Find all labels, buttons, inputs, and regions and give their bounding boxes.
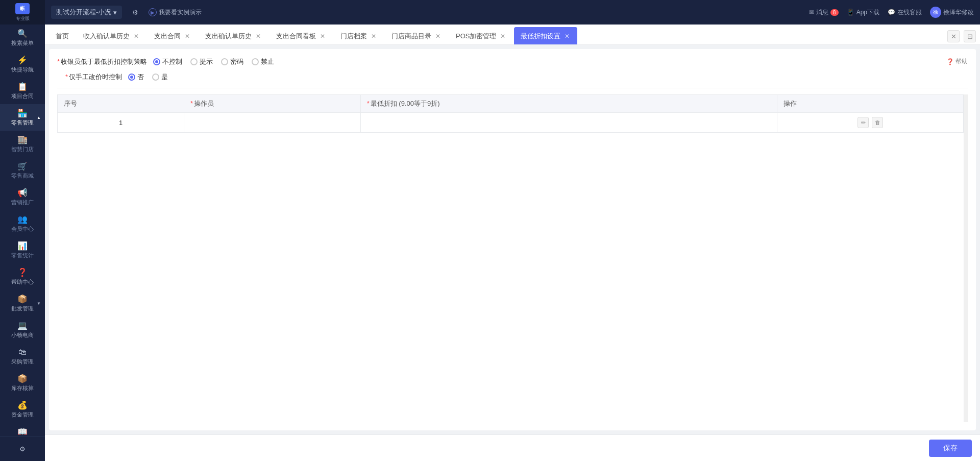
scrollbar-track[interactable] xyxy=(964,94,968,422)
customer-service-button[interactable]: 💬 在线客服 xyxy=(888,8,922,17)
radio-yes[interactable]: 是 xyxy=(152,72,168,82)
edit-icon-btn[interactable]: ✏ xyxy=(857,117,869,128)
sidebar-item-smartshop[interactable]: 🏬智慧门店 xyxy=(0,131,45,157)
content-card: ❓ 帮助 *收银员低于最低折扣控制策略 不控制提示密码禁止 *仅手工改价时控制 xyxy=(49,49,976,430)
sidebar-item-member[interactable]: 👥会员中心 xyxy=(0,210,45,237)
help-link[interactable]: ❓ 帮助 xyxy=(946,57,968,66)
tab-min_discount[interactable]: 最低折扣设置✕ xyxy=(514,27,577,44)
sidebar-item-retail[interactable]: 🏪零售管理 xyxy=(0,104,45,131)
radio-label: 密码 xyxy=(230,57,243,66)
project-selector[interactable]: 测试分开流程-小况 ▾ xyxy=(51,6,122,19)
nav-icon: 🏪 xyxy=(17,108,28,118)
table-row: 1 ✏ 🗑 xyxy=(58,113,964,133)
tabbar-actions: ✕ ⊡ xyxy=(947,30,976,44)
tab-label: 支出确认单历史 xyxy=(205,32,252,41)
radio-no_control[interactable]: 不控制 xyxy=(153,57,182,66)
sidebar-item-project[interactable]: 📋项目合同 xyxy=(0,78,45,104)
close-tab-button[interactable]: ✕ xyxy=(947,30,960,42)
nav-icon: 💰 xyxy=(17,400,28,410)
tab-payment_board[interactable]: 支出合同看板✕ xyxy=(270,27,333,44)
topbar: 测试分开流程-小况 ▾ ⚙ ▶ 我要看实例演示 ✉ 消息 8 📱 App下载 💬… xyxy=(45,0,980,25)
tab-close-icon[interactable]: ✕ xyxy=(434,33,442,40)
sidebar-item-purchase[interactable]: 🛍采购管理 xyxy=(0,343,45,370)
sidebar-item-fund[interactable]: 💰资金管理 xyxy=(0,396,45,423)
tab-store_profile[interactable]: 门店档案✕ xyxy=(334,27,384,44)
radio-circle xyxy=(152,74,159,81)
sidebar-item-ledger[interactable]: 📖总账管理 xyxy=(0,423,45,436)
tab-store_catalog[interactable]: 门店商品目录✕ xyxy=(385,27,448,44)
user-menu-button[interactable]: 徐 徐泽华修改 xyxy=(930,7,974,18)
cell-min_discount xyxy=(360,113,777,133)
tab-label: 支出合同 xyxy=(154,32,181,41)
tab-payment_history[interactable]: 支出确认单历史✕ xyxy=(199,27,268,44)
app-download-label: App下载 xyxy=(856,8,879,17)
project-name: 测试分开流程-小况 xyxy=(56,8,111,17)
cell-seq: 1 xyxy=(58,113,184,133)
radio-circle xyxy=(252,58,259,65)
sidebar-item-help[interactable]: ❓帮助中心 xyxy=(0,263,45,290)
settings-button[interactable]: ⚙ xyxy=(0,436,45,461)
tab-payment_contract[interactable]: 支出合同✕ xyxy=(148,27,198,44)
sidebar-item-eshop[interactable]: 🛒零售商城 xyxy=(0,157,45,184)
sidebar-item-wholesale[interactable]: 📦批发管理 xyxy=(0,290,45,317)
customer-service-label: 在线客服 xyxy=(897,8,922,17)
content-area: ❓ 帮助 *收银员低于最低折扣控制策略 不控制提示密码禁止 *仅手工改价时控制 xyxy=(45,45,980,434)
message-button[interactable]: ✉ 消息 8 xyxy=(809,8,839,17)
tab-income_history[interactable]: 收入确认单历史✕ xyxy=(77,27,146,44)
nav-icon: 📦 xyxy=(17,374,28,383)
radio-forbid[interactable]: 禁止 xyxy=(252,57,274,66)
radio-remind[interactable]: 提示 xyxy=(190,57,213,66)
sidebar-item-quicknav[interactable]: ⚡快捷导航 xyxy=(0,51,45,78)
tab-label: 支出合同看板 xyxy=(276,32,316,41)
settings-topbar-button[interactable]: ⚙ xyxy=(128,9,142,16)
main-area: 测试分开流程-小况 ▾ ⚙ ▶ 我要看实例演示 ✉ 消息 8 📱 App下载 💬… xyxy=(45,0,980,461)
tab-label: 收入确认单历史 xyxy=(83,32,130,41)
radio-no[interactable]: 否 xyxy=(128,72,144,82)
radio-label: 提示 xyxy=(200,57,213,66)
help-icon: ❓ xyxy=(946,58,954,65)
message-icon: ✉ xyxy=(809,9,814,16)
col-header-min_discount: *最低折扣 (9.00等于9折) xyxy=(360,95,777,113)
tab-label: POS加密管理 xyxy=(456,32,496,41)
tab-close-icon[interactable]: ✕ xyxy=(133,33,140,40)
help-label: 帮助 xyxy=(955,57,968,66)
tab-close-icon[interactable]: ✕ xyxy=(564,33,571,40)
sidebar-item-ecommerce[interactable]: 💻小畅电商 xyxy=(0,317,45,343)
app-download-button[interactable]: 📱 App下载 xyxy=(847,8,879,17)
sidebar-item-marketing[interactable]: 📢营销推广 xyxy=(0,184,45,210)
tab-close-icon[interactable]: ✕ xyxy=(499,33,506,40)
radio-circle xyxy=(153,58,160,65)
sidebar-item-search[interactable]: 🔍搜索菜单 xyxy=(0,25,45,51)
radio-group-2: 否是 xyxy=(128,72,168,82)
tab-label: 门店商品目录 xyxy=(391,32,431,41)
radio-label: 不控制 xyxy=(162,57,182,66)
tab-close-icon[interactable]: ✕ xyxy=(255,33,262,40)
nav-icon: 📋 xyxy=(17,82,28,91)
sidebar-item-stats[interactable]: 📊零售统计 xyxy=(0,237,45,263)
user-name: 徐泽华修改 xyxy=(943,8,974,17)
message-label: 消息 xyxy=(816,8,828,17)
tab-close-icon[interactable]: ✕ xyxy=(370,33,377,40)
delete-icon-btn[interactable]: 🗑 xyxy=(872,117,883,128)
tab-close-icon[interactable]: ✕ xyxy=(184,33,191,40)
nav-icon: 📊 xyxy=(17,241,28,251)
save-button[interactable]: 保存 xyxy=(929,440,972,457)
tab-close-icon[interactable]: ✕ xyxy=(319,33,326,40)
radio-password[interactable]: 密码 xyxy=(221,57,243,66)
tab-pos_password[interactable]: POS加密管理✕ xyxy=(449,27,513,44)
col-header-seq: 序号 xyxy=(58,95,184,113)
gear-icon: ⚙ xyxy=(19,445,26,453)
demo-link[interactable]: ▶ 我要看实例演示 xyxy=(149,8,202,17)
data-table: 序号*操作员*最低折扣 (9.00等于9折)操作 1 ✏ 🗑 xyxy=(57,94,964,133)
play-icon: ▶ xyxy=(149,8,157,16)
expand-tab-button[interactable]: ⊡ xyxy=(964,30,976,42)
cell-action: ✏ 🗑 xyxy=(777,113,964,133)
sidebar: 帐 专业版 🔍搜索菜单⚡快捷导航📋项目合同🏪零售管理🏬智慧门店🛒零售商城📢营销推… xyxy=(0,0,45,461)
tab-label: 首页 xyxy=(56,32,69,41)
radio-circle xyxy=(221,58,228,65)
nav-icon: 🔍 xyxy=(17,29,28,38)
tab-home[interactable]: 首页 xyxy=(49,27,76,44)
nav-icon: ❓ xyxy=(17,268,28,277)
sidebar-item-inventory[interactable]: 📦库存核算 xyxy=(0,370,45,396)
radio-circle xyxy=(190,58,198,65)
